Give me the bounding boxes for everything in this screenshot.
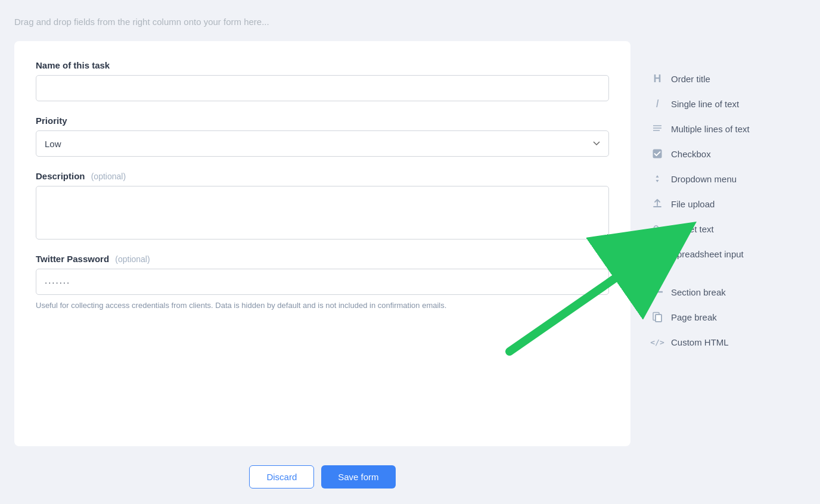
multiple-lines-icon [651, 122, 664, 135]
discard-button[interactable]: Discard [249, 465, 314, 489]
sidebar-item-dropdown[interactable]: Dropdown menu [645, 168, 806, 189]
sidebar-item-multiple-lines[interactable]: Multiple lines of text [645, 118, 806, 139]
sidebar-label-checkbox: Checkbox [671, 149, 711, 159]
input-twitter-password[interactable] [36, 269, 609, 295]
optional-badge-description: (optional) [91, 172, 126, 181]
spreadsheet-icon [651, 247, 664, 260]
file-upload-icon [651, 197, 664, 210]
sidebar-item-page-break[interactable]: Page break [645, 306, 806, 328]
key-icon [651, 222, 664, 235]
sidebar-divider [645, 268, 806, 278]
heading-icon: H [651, 72, 664, 85]
sidebar-label-section-break: Section break [671, 287, 726, 297]
password-hint: Useful for collecting access credentials… [36, 300, 609, 312]
sidebar-label-secret-text: Secret text [671, 224, 714, 234]
section-break-icon [651, 285, 664, 298]
textarea-description[interactable] [36, 186, 609, 239]
label-description: Description (optional) [36, 171, 609, 181]
sidebar-label-dropdown: Dropdown menu [671, 174, 737, 184]
label-task-name: Name of this task [36, 60, 609, 70]
input-task-name[interactable] [36, 75, 609, 101]
sidebar: H Order title I Single line of text Mult… [645, 14, 806, 489]
drag-hint: Drag and drop fields from the right colu… [14, 14, 630, 32]
field-task-name: Name of this task [36, 60, 609, 101]
optional-badge-password: (optional) [115, 254, 150, 264]
field-priority: Priority Low Medium High [36, 116, 609, 157]
sidebar-label-file-upload: File upload [671, 199, 715, 209]
sidebar-label-order-title: Order title [671, 74, 710, 84]
field-description: Description (optional) [36, 171, 609, 239]
dropdown-icon [651, 172, 664, 185]
checkbox-icon [651, 147, 664, 160]
sidebar-item-custom-html[interactable]: </> Custom HTML [645, 331, 806, 353]
select-priority[interactable]: Low Medium High [36, 130, 609, 157]
svg-rect-12 [656, 315, 661, 322]
save-form-button[interactable]: Save form [321, 465, 395, 489]
sidebar-item-file-upload[interactable]: File upload [645, 193, 806, 214]
sidebar-label-spreadsheet: Spreadsheet input [671, 249, 744, 259]
sidebar-label-multiple-lines: Multiple lines of text [671, 124, 750, 134]
form-card: Name of this task Priority Low Medium Hi… [14, 41, 630, 446]
field-twitter-password: Twitter Password (optional) Useful for c… [36, 254, 609, 312]
single-line-icon: I [651, 97, 664, 110]
form-footer: Discard Save form [14, 456, 630, 489]
label-priority: Priority [36, 116, 609, 126]
label-twitter-password: Twitter Password (optional) [36, 254, 609, 264]
sidebar-label-custom-html: Custom HTML [671, 337, 729, 347]
sidebar-item-checkbox[interactable]: Checkbox [645, 143, 806, 164]
sidebar-label-single-line: Single line of text [671, 99, 739, 109]
page-break-icon [651, 310, 664, 323]
sidebar-item-section-break[interactable]: Section break [645, 281, 806, 303]
svg-rect-5 [653, 250, 662, 259]
code-icon: </> [651, 335, 664, 349]
sidebar-item-single-line[interactable]: I Single line of text [645, 93, 806, 114]
sidebar-label-page-break: Page break [671, 312, 717, 322]
sidebar-item-spreadsheet[interactable]: Spreadsheet input [645, 243, 806, 265]
sidebar-item-secret-text[interactable]: Secret text [645, 218, 806, 239]
sidebar-item-order-title[interactable]: H Order title [645, 68, 806, 89]
